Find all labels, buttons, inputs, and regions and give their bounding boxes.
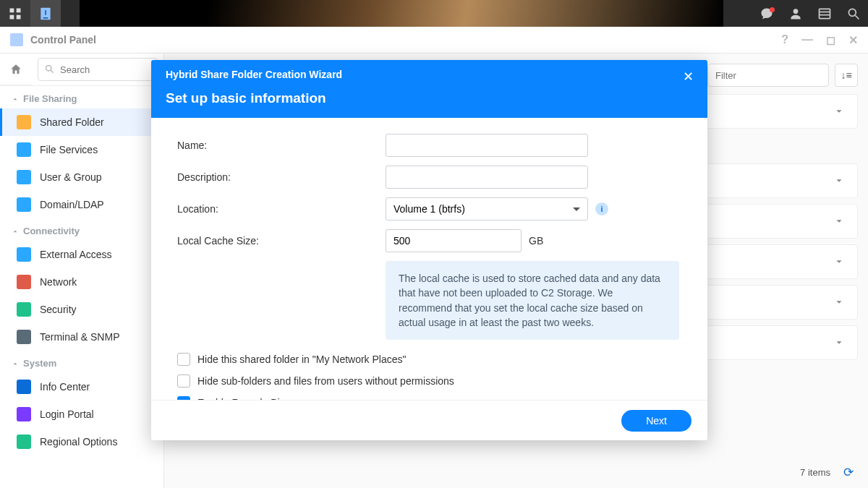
sidebar-item-terminal-snmp[interactable]: Terminal & SNMP <box>0 323 163 351</box>
sidebar-item-file-services[interactable]: File Services <box>0 136 163 163</box>
window-app-icon <box>10 33 23 46</box>
nav-icon <box>17 170 31 184</box>
svg-rect-6 <box>43 17 48 19</box>
nav-label: Network <box>40 276 77 288</box>
checkbox-icon <box>177 353 190 366</box>
search-icon <box>44 64 55 74</box>
sidebar-item-domain-ldap[interactable]: Domain/LDAP <box>0 191 163 218</box>
nav-icon <box>17 302 31 317</box>
svg-rect-2 <box>10 14 14 19</box>
chevron-down-icon <box>834 297 844 307</box>
modal-close-button[interactable]: ✕ <box>680 69 696 85</box>
window-titlebar: Control Panel ? — ◻ ✕ <box>0 27 868 53</box>
nav-label: Security <box>40 304 77 315</box>
svg-line-14 <box>51 70 53 72</box>
svg-point-7 <box>793 9 799 14</box>
cache-size-label: Local Cache Size: <box>177 235 386 247</box>
nav-label: File Services <box>40 144 98 155</box>
user-icon[interactable] <box>781 0 810 27</box>
cache-size-unit: GB <box>529 235 543 247</box>
modal-subtitle: Set up basic information <box>166 90 693 106</box>
name-input[interactable] <box>386 134 588 157</box>
nav-icon <box>17 247 31 262</box>
info-icon[interactable]: i <box>595 202 608 215</box>
hide-subfolders-checkbox[interactable]: Hide sub-folders and files from users wi… <box>177 374 681 388</box>
main-menu-button[interactable] <box>0 0 30 27</box>
sidebar-search-input[interactable] <box>38 58 158 81</box>
sidebar-group-header[interactable]: Connectivity <box>0 218 163 241</box>
sidebar-item-security[interactable]: Security <box>0 296 163 323</box>
nav-icon <box>17 330 31 344</box>
notification-dot <box>770 7 775 12</box>
modal-title: Hybrid Share Folder Creation Wizard <box>166 69 693 80</box>
maximize-button[interactable]: ◻ <box>826 33 835 47</box>
close-button[interactable]: ✕ <box>848 33 858 47</box>
description-label: Description: <box>177 171 386 183</box>
location-select[interactable]: Volume 1 (btrfs) <box>386 197 588 221</box>
sidebar-item-user-group[interactable]: User & Group <box>0 163 163 191</box>
sort-button[interactable]: ↓≡ <box>835 64 858 87</box>
sidebar-item-shared-folder[interactable]: Shared Folder <box>0 108 163 136</box>
chevron-down-icon <box>834 216 844 226</box>
sidebar-item-network[interactable]: Network <box>0 268 163 296</box>
nav-label: Info Center <box>40 381 90 393</box>
nav-label: Login Portal <box>40 408 94 420</box>
checkbox-icon <box>177 374 190 388</box>
help-button[interactable]: ? <box>781 33 788 47</box>
modal-header: Hybrid Share Folder Creation Wizard Set … <box>151 60 707 118</box>
chat-icon[interactable] <box>752 0 781 27</box>
nav-icon <box>17 275 31 289</box>
cache-size-input[interactable] <box>386 229 522 252</box>
nav-label: Regional Options <box>40 436 117 448</box>
name-label: Name: <box>177 140 386 151</box>
chevron-down-icon <box>834 338 844 348</box>
chevron-up-icon <box>12 228 19 235</box>
sidebar-item-info-center[interactable]: Info Center <box>0 373 163 401</box>
chevron-up-icon <box>12 360 19 367</box>
nav-icon <box>17 407 31 421</box>
description-input[interactable] <box>386 166 588 189</box>
desktop-wallpaper-strip <box>80 0 723 27</box>
nav-icon <box>17 380 31 394</box>
chevron-up-icon <box>12 95 19 103</box>
hybrid-share-wizard-modal: Hybrid Share Folder Creation Wizard Set … <box>151 60 707 440</box>
chevron-down-icon <box>834 106 844 116</box>
nav-label: User & Group <box>40 171 102 183</box>
minimize-button[interactable]: — <box>801 33 813 47</box>
svg-rect-8 <box>820 9 830 18</box>
location-label: Location: <box>177 203 386 215</box>
nav-label: Domain/LDAP <box>40 199 104 210</box>
next-button[interactable]: Next <box>621 410 692 432</box>
cache-info-note: The local cache is used to store cached … <box>386 261 679 340</box>
refresh-button[interactable]: ⟳ <box>843 465 854 480</box>
nav-label: External Access <box>40 249 112 260</box>
nav-label: Terminal & SNMP <box>40 331 119 343</box>
item-count-label: 7 items <box>800 467 830 478</box>
nav-label: Shared Folder <box>40 116 104 128</box>
sidebar-item-login-portal[interactable]: Login Portal <box>0 401 163 428</box>
svg-rect-0 <box>10 8 14 12</box>
search-icon[interactable] <box>839 0 868 27</box>
nav-icon <box>17 197 31 212</box>
sidebar-item-regional-options[interactable]: Regional Options <box>0 428 163 455</box>
enable-recycle-bin-checkbox[interactable]: Enable Recycle Bin <box>177 396 681 400</box>
modal-footer: Next <box>151 400 707 440</box>
chevron-down-icon <box>834 257 844 267</box>
checkbox-icon <box>177 396 190 400</box>
svg-rect-5 <box>45 10 46 15</box>
hide-network-places-checkbox[interactable]: Hide this shared folder in "My Network P… <box>177 353 681 366</box>
sidebar-item-external-access[interactable]: External Access <box>0 241 163 268</box>
control-panel-task-button[interactable] <box>30 0 61 27</box>
sidebar-group-header[interactable]: File Sharing <box>0 86 163 108</box>
svg-line-12 <box>856 15 859 19</box>
modal-body: Name: Description: Location: Volume 1 (b… <box>151 118 707 400</box>
sidebar-group-header[interactable]: System <box>0 351 163 373</box>
nav-icon <box>17 115 31 129</box>
system-bar <box>0 0 868 27</box>
svg-rect-3 <box>17 14 21 19</box>
widgets-icon[interactable] <box>810 0 839 27</box>
home-button[interactable] <box>0 53 32 85</box>
filter-input[interactable] <box>707 64 829 87</box>
nav-icon <box>17 142 31 157</box>
svg-point-13 <box>46 66 52 72</box>
